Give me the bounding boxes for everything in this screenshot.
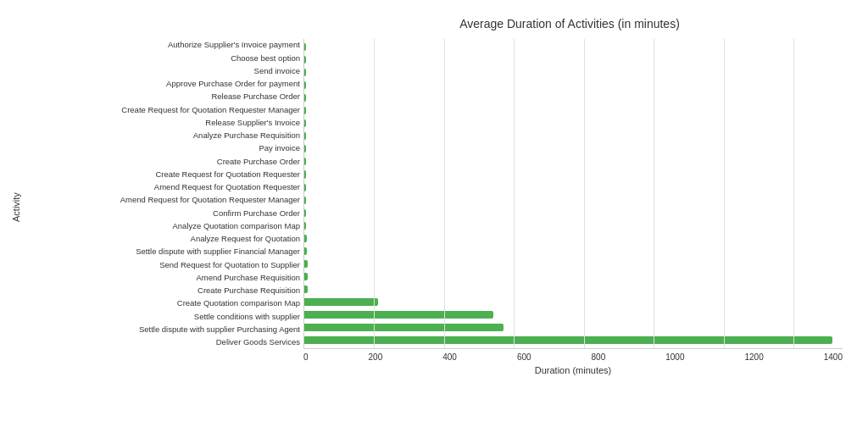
x-axis-label: Duration (minutes): [303, 365, 843, 375]
y-label: Analyze Purchase Requisition: [24, 130, 300, 142]
y-label: Analyze Quotation comparison Map: [24, 220, 300, 233]
y-label: Pay invoice: [24, 142, 300, 155]
bar-row: [304, 155, 843, 168]
grid-line: [444, 39, 445, 348]
bar-row: [304, 308, 843, 321]
bar-row: [304, 104, 843, 117]
plot-area: [303, 39, 843, 349]
bar: [304, 56, 306, 64]
y-label: Deliver Goods Services: [24, 336, 300, 349]
bar: [304, 43, 306, 51]
bar: [304, 336, 832, 344]
grid-line: [514, 39, 515, 348]
y-label: Analyze Request for Quotation: [24, 233, 300, 246]
y-axis-label: Activity: [8, 39, 24, 375]
bar: [304, 209, 306, 217]
bar: [304, 197, 306, 204]
x-tick: 0: [303, 352, 309, 362]
bar-row: [304, 232, 843, 245]
bar: [304, 260, 308, 268]
y-label: Amend Request for Quotation Requester: [24, 181, 300, 194]
y-label: Create Purchase Order: [24, 155, 300, 168]
bar: [304, 170, 306, 178]
y-label: Send Request for Quotation to Supplier: [24, 258, 300, 271]
x-tick: 800: [592, 352, 606, 362]
bar-row: [304, 270, 843, 283]
x-tick: 1200: [744, 352, 763, 362]
y-label: Send invoice: [24, 65, 300, 78]
bar: [304, 132, 306, 140]
bar-row: [304, 130, 843, 142]
x-ticks: 0200400600800100012001400: [303, 349, 843, 362]
bar-row: [304, 258, 843, 270]
bar: [304, 94, 306, 102]
bar: [304, 235, 307, 242]
chart-inner: Authorize Supplier's Invoice paymentChoo…: [24, 39, 843, 375]
bar-row: [304, 181, 843, 194]
bar-row: [304, 117, 843, 130]
x-tick: 200: [369, 352, 383, 362]
y-label: Settle dispute with supplier Financial M…: [24, 246, 300, 258]
y-label: Amend Request for Quotation Requester Ma…: [24, 194, 300, 207]
bar-row: [304, 207, 843, 219]
bar: [304, 81, 306, 89]
y-label: Release Purchase Order: [24, 91, 300, 103]
chart-body: Activity Authorize Supplier's Invoice pa…: [8, 39, 843, 375]
y-label: Confirm Purchase Order: [24, 207, 300, 219]
chart-container: Average Duration of Activities (in minut…: [0, 0, 868, 438]
grid-line: [374, 39, 375, 348]
bar-row: [304, 142, 843, 155]
bar-row: [304, 321, 843, 334]
bar-row: [304, 168, 843, 180]
grid-line: [793, 39, 794, 348]
bar-row: [304, 53, 843, 66]
bars-container: [304, 39, 843, 348]
y-label: Create Request for Quotation Requester: [24, 169, 300, 181]
bar-row: [304, 79, 843, 91]
y-label: Create Purchase Requisition: [24, 285, 300, 297]
bar-row: [304, 245, 843, 258]
bar: [304, 69, 306, 76]
bar-row: [304, 334, 843, 347]
y-label: Release Supplier's Invoice: [24, 117, 300, 130]
bar: [304, 247, 307, 255]
bars-area: Authorize Supplier's Invoice paymentChoo…: [24, 39, 843, 349]
bar: [304, 311, 493, 319]
bar: [304, 158, 306, 165]
y-label: Settle dispute with supplier Purchasing …: [24, 324, 300, 336]
y-label: Authorize Supplier's Invoice payment: [24, 39, 300, 52]
y-label: Approve Purchase Order for payment: [24, 78, 300, 91]
y-label: Settle conditions with supplier: [24, 310, 300, 323]
bar-row: [304, 219, 843, 232]
bar: [304, 273, 308, 280]
y-label: Amend Purchase Requisition: [24, 272, 300, 285]
bar-row: [304, 194, 843, 207]
y-label: Create Request for Quotation Requester M…: [24, 103, 300, 116]
y-label: Choose best option: [24, 52, 300, 64]
bar: [304, 119, 306, 127]
bar-row: [304, 283, 843, 296]
y-label: Create Quotation comparison Map: [24, 297, 300, 310]
bar-row: [304, 296, 843, 308]
bar: [304, 286, 308, 293]
x-tick: 1400: [824, 352, 843, 362]
bar: [304, 324, 504, 331]
bar: [304, 222, 306, 230]
bar: [304, 298, 378, 306]
bar-row: [304, 66, 843, 79]
bar-row: [304, 41, 843, 53]
x-tick: 400: [442, 352, 457, 362]
x-tick: 1000: [665, 352, 684, 362]
grid-line: [724, 39, 725, 348]
x-tick: 600: [517, 352, 531, 362]
bar-row: [304, 91, 843, 104]
bar: [304, 145, 306, 152]
bar: [304, 107, 306, 114]
grid-line: [654, 39, 654, 348]
grid-line: [584, 39, 585, 348]
bar: [304, 184, 306, 191]
y-labels: Authorize Supplier's Invoice paymentChoo…: [24, 39, 303, 349]
chart-title: Average Duration of Activities (in minut…: [8, 17, 843, 30]
